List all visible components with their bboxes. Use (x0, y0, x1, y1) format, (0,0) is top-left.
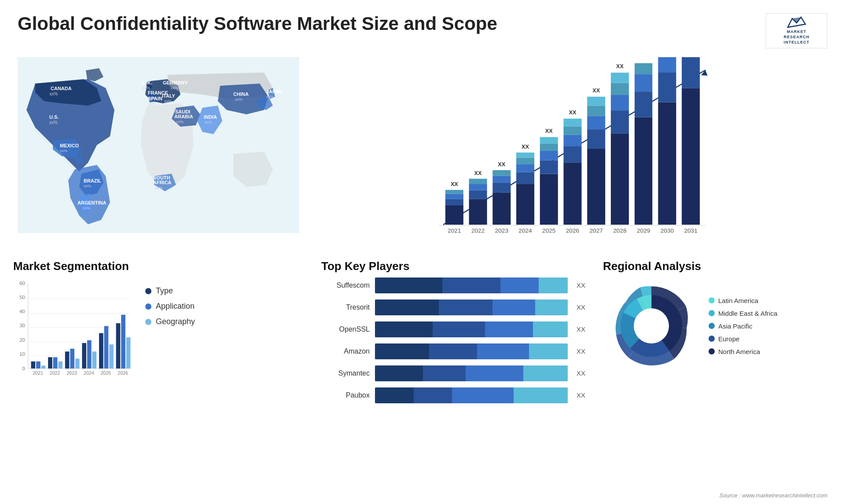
player-amazon: Amazon XX (321, 343, 585, 359)
svg-text:0: 0 (22, 366, 25, 371)
svg-text:2027: 2027 (590, 227, 603, 234)
svg-text:ARABIA: ARABIA (174, 114, 193, 119)
player-xx-2: XX (577, 321, 585, 337)
svg-rect-88 (658, 72, 676, 102)
player-bar-1 (375, 299, 568, 315)
middle-east-africa-label: Middle East & Africa (718, 310, 777, 317)
player-bar-5 (375, 387, 568, 403)
player-suffescom: Suffescom XX (321, 278, 585, 293)
legend-north-america: North America (709, 348, 777, 355)
svg-text:20: 20 (19, 337, 25, 343)
svg-text:xx%: xx% (84, 184, 91, 188)
svg-text:GERMANY: GERMANY (163, 80, 188, 85)
svg-text:xx%: xx% (50, 91, 58, 96)
svg-text:2026: 2026 (118, 370, 128, 376)
svg-text:SPAIN: SPAIN (148, 96, 162, 101)
svg-text:2029: 2029 (637, 227, 650, 234)
svg-rect-127 (82, 343, 86, 369)
world-map-svg: CANADA xx% U.S. xx% MEXICO xx% BRAZIL xx… (18, 57, 299, 233)
svg-text:10: 10 (19, 351, 25, 357)
svg-text:xx%: xx% (83, 206, 90, 210)
svg-rect-132 (109, 344, 114, 369)
svg-text:XX: XX (569, 110, 577, 116)
svg-text:ARGENTINA: ARGENTINA (77, 200, 106, 205)
north-america-label: North America (718, 348, 760, 355)
source-text: Source : www.marketresearchintellect.com (719, 492, 827, 499)
growth-bar-chart: XX XX XX XX (326, 57, 819, 242)
svg-rect-58 (540, 174, 558, 225)
svg-text:50: 50 (19, 295, 25, 300)
svg-text:xx%: xx% (155, 186, 162, 190)
svg-rect-85 (635, 74, 653, 91)
legend-middle-east-africa: Middle East & Africa (709, 310, 777, 317)
svg-rect-52 (516, 184, 534, 225)
svg-rect-124 (65, 351, 70, 369)
svg-text:xx%: xx% (171, 86, 178, 90)
svg-text:2025: 2025 (542, 227, 556, 234)
svg-rect-79 (611, 83, 629, 95)
svg-text:30: 30 (19, 323, 25, 328)
svg-rect-119 (36, 362, 40, 369)
latin-america-label: Latin America (718, 297, 758, 304)
svg-rect-84 (635, 91, 653, 117)
svg-rect-128 (87, 340, 92, 369)
player-xx-3: XX (577, 343, 585, 359)
legend-geography: Geography (145, 317, 195, 326)
bar-chart-section: XX XX XX XX (308, 53, 836, 255)
geography-label: Geography (156, 317, 195, 326)
player-name-5: Paubox (321, 391, 370, 399)
player-bar-4 (375, 365, 568, 381)
legend-europe: Europe (709, 335, 777, 343)
latin-america-dot (709, 297, 715, 303)
svg-rect-86 (635, 63, 653, 74)
player-bar-2 (375, 321, 568, 337)
svg-rect-49 (492, 176, 511, 183)
segmentation-section: Market Segmentation 0 10 20 30 40 50 60 (9, 259, 308, 409)
svg-text:XX: XX (592, 88, 600, 94)
svg-rect-77 (611, 110, 629, 134)
legend-application: Application (145, 302, 195, 311)
svg-rect-47 (492, 193, 511, 225)
svg-text:BRAZIL: BRAZIL (84, 178, 102, 183)
svg-text:2024: 2024 (84, 370, 94, 376)
svg-text:xx%: xx% (143, 86, 150, 90)
legend-type: Type (145, 286, 195, 296)
application-label: Application (156, 302, 195, 311)
svg-rect-61 (540, 143, 558, 151)
svg-text:2022: 2022 (50, 370, 60, 376)
svg-text:U.K.: U.K. (143, 80, 152, 85)
svg-rect-54 (516, 164, 534, 172)
svg-rect-80 (611, 73, 629, 83)
svg-rect-129 (92, 351, 97, 369)
svg-rect-73 (587, 106, 605, 116)
svg-rect-42 (469, 199, 487, 225)
svg-text:XX: XX (498, 161, 505, 168)
regional-legend: Latin America Middle East & Africa Asia … (709, 297, 777, 355)
europe-label: Europe (718, 335, 739, 343)
svg-rect-118 (31, 362, 36, 369)
svg-rect-59 (540, 160, 558, 174)
svg-rect-83 (635, 117, 653, 225)
svg-text:xx%: xx% (235, 97, 242, 102)
svg-text:2024: 2024 (518, 227, 532, 234)
svg-rect-45 (469, 179, 487, 184)
svg-text:AFRICA: AFRICA (153, 180, 172, 185)
svg-rect-64 (563, 162, 581, 225)
svg-text:60: 60 (19, 281, 25, 286)
svg-rect-122 (53, 357, 58, 369)
type-dot (145, 288, 151, 294)
svg-rect-40 (445, 190, 463, 194)
svg-text:xx%: xx% (149, 102, 156, 106)
player-openssl: OpenSSL XX (321, 321, 585, 337)
svg-rect-38 (445, 199, 463, 205)
svg-rect-125 (70, 349, 74, 369)
svg-rect-70 (587, 149, 605, 225)
svg-rect-121 (48, 357, 52, 369)
player-name-2: OpenSSL (321, 325, 370, 333)
player-paubox: Paubox XX (321, 387, 585, 403)
svg-rect-120 (41, 365, 46, 368)
north-america-dot (709, 348, 715, 354)
svg-text:XX: XX (451, 181, 458, 187)
svg-rect-62 (540, 137, 558, 144)
player-xx-4: XX (577, 365, 585, 381)
